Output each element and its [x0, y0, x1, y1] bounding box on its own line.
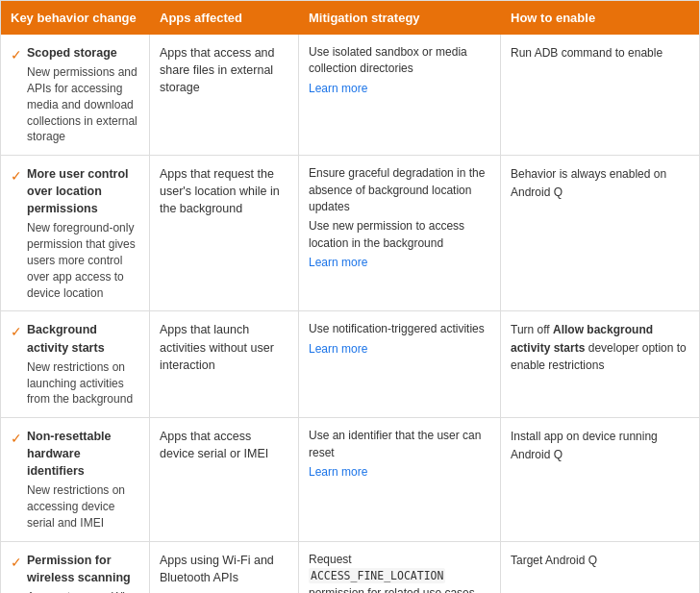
mitigation-text: Ensure graceful degradation in the absen…: [309, 165, 490, 271]
table-header: Key behavior change Apps affected Mitiga…: [1, 1, 699, 35]
table-row: ✓ More user control over location permis…: [1, 156, 699, 311]
key-desc: New restrictions on accessing device ser…: [27, 482, 139, 531]
cell-key-scoped-storage: ✓ Scoped storage New permissions and API…: [1, 35, 150, 155]
cell-apps-wireless: Apps using Wi-Fi and Bluetooth APIs: [150, 542, 299, 593]
header-col-key: Key behavior change: [1, 1, 150, 35]
table-row: ✓ Non-resettable hardware identifiers Ne…: [1, 418, 699, 542]
learn-more-link[interactable]: Learn more: [309, 256, 367, 269]
mitigation-text: Use an identifier that the user can rese…: [309, 428, 490, 481]
cell-how-hardware: Install app on device running Android Q: [501, 418, 700, 541]
behavior-changes-table: Key behavior change Apps affected Mitiga…: [0, 0, 700, 593]
cell-key-background: ✓ Background activity starts New restric…: [1, 311, 150, 417]
cell-key-hardware: ✓ Non-resettable hardware identifiers Ne…: [1, 418, 150, 541]
learn-more-link[interactable]: Learn more: [309, 465, 367, 479]
mitigation-text: Use notification-triggered activities Le…: [309, 321, 490, 358]
how-text: Turn off Allow background activity start…: [511, 323, 687, 372]
header-col-how: How to enable: [501, 1, 700, 35]
cell-apps-scoped-storage: Apps that access and share files in exte…: [150, 35, 299, 155]
cell-mitigation-location: Ensure graceful degradation in the absen…: [299, 156, 501, 310]
cell-mitigation-wireless: Request ACCESS_FINE_LOCATION permission …: [299, 542, 501, 593]
how-text: Target Android Q: [511, 554, 597, 567]
mitigation-suffix: permission for related use cases: [309, 586, 475, 593]
check-icon: ✓: [11, 322, 22, 341]
cell-key-location: ✓ More user control over location permis…: [1, 156, 150, 310]
cell-apps-hardware: Apps that access device serial or IMEI: [150, 418, 299, 541]
check-icon: ✓: [11, 166, 22, 185]
table-body: ✓ Scoped storage New permissions and API…: [1, 35, 699, 593]
how-text: Behavior is always enabled on Android Q: [511, 167, 666, 198]
key-title: Background activity starts: [27, 321, 139, 356]
key-content: More user control over location permissi…: [27, 165, 139, 301]
key-desc: Access to some Wi-Fi, Wi-Fi Aware, and B…: [27, 589, 139, 593]
key-title: More user control over location permissi…: [27, 165, 139, 217]
mitigation-line: Use isolated sandbox or media collection…: [309, 44, 490, 78]
table-row: ✓ Background activity starts New restric…: [1, 311, 699, 418]
table-row: ✓ Scoped storage New permissions and API…: [1, 35, 699, 156]
check-icon: ✓: [11, 429, 22, 448]
key-content: Permission for wireless scanning Access …: [27, 552, 139, 593]
cell-mitigation-hardware: Use an identifier that the user can rese…: [299, 418, 501, 541]
learn-more-link[interactable]: Learn more: [309, 342, 367, 356]
mitigation-text: Request ACCESS_FINE_LOCATION permission …: [309, 552, 490, 593]
mitigation-text: Use isolated sandbox or media collection…: [309, 44, 490, 97]
key-desc: New restrictions on launching activities…: [27, 359, 139, 408]
cell-how-location: Behavior is always enabled on Android Q: [501, 156, 700, 310]
check-icon: ✓: [11, 553, 22, 572]
mitigation-line-2: Use new permission to access location in…: [309, 218, 490, 252]
mitigation-line: Use notification-triggered activities: [309, 321, 490, 337]
key-desc: New permissions and APIs for accessing m…: [27, 64, 139, 145]
mitigation-code: ACCESS_FINE_LOCATION: [309, 568, 445, 583]
header-col-mitigation: Mitigation strategy: [299, 1, 501, 35]
key-content: Scoped storage New permissions and APIs …: [27, 44, 139, 145]
cell-key-wireless: ✓ Permission for wireless scanning Acces…: [1, 542, 150, 593]
learn-more-link[interactable]: Learn more: [309, 82, 367, 95]
header-col-apps: Apps affected: [150, 1, 299, 35]
key-content: Background activity starts New restricti…: [27, 321, 139, 408]
how-prefix: Turn off: [511, 323, 553, 336]
cell-how-scoped-storage: Run ADB command to enable: [501, 35, 700, 155]
key-title: Non-resettable hardware identifiers: [27, 428, 139, 480]
cell-mitigation-background: Use notification-triggered activities Le…: [299, 311, 501, 417]
table-row: ✓ Permission for wireless scanning Acces…: [1, 542, 699, 593]
cell-apps-location: Apps that request the user's location wh…: [150, 156, 299, 310]
mitigation-line-1: Ensure graceful degradation in the absen…: [309, 165, 490, 215]
mitigation-line: Request ACCESS_FINE_LOCATION permission …: [309, 552, 490, 593]
cell-how-wireless: Target Android Q: [501, 542, 700, 593]
mitigation-line: Use an identifier that the user can rese…: [309, 428, 490, 461]
mitigation-prefix: Request: [309, 553, 352, 566]
how-text: Install app on device running Android Q: [511, 430, 658, 460]
cell-apps-background: Apps that launch activities without user…: [150, 311, 299, 417]
key-desc: New foreground-only permission that give…: [27, 220, 139, 301]
check-icon: ✓: [11, 45, 22, 64]
how-text: Run ADB command to enable: [511, 46, 662, 60]
cell-mitigation-scoped-storage: Use isolated sandbox or media collection…: [299, 35, 501, 155]
cell-how-background: Turn off Allow background activity start…: [501, 311, 700, 417]
key-title: Scoped storage: [27, 44, 139, 62]
key-title: Permission for wireless scanning: [27, 552, 139, 586]
key-content: Non-resettable hardware identifiers New …: [27, 428, 139, 531]
